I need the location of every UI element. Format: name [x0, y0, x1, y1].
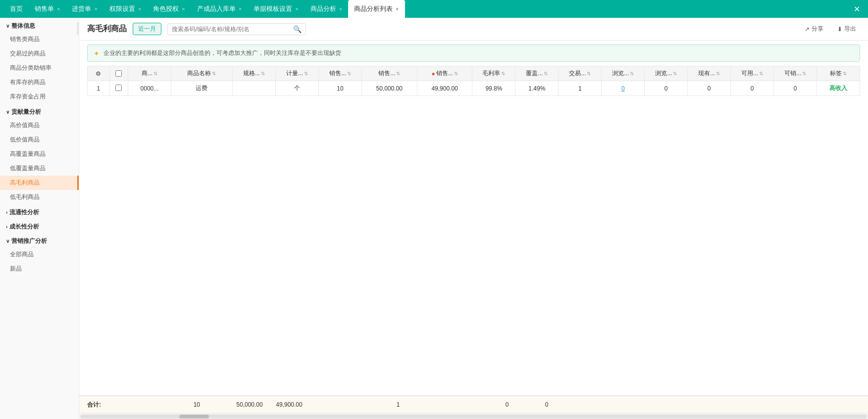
alert-icon: ✦	[94, 49, 100, 57]
sidebar-item-category-rate[interactable]: 商品分类助销率	[0, 61, 79, 75]
footer-current-stock: 0	[487, 401, 527, 408]
section-arrow-growth: ›	[6, 224, 7, 230]
col-sales-amount[interactable]: 销售...⇅	[361, 66, 417, 81]
close-template-tab[interactable]: ×	[295, 6, 298, 12]
cell-checkbox[interactable]	[109, 81, 128, 96]
footer-cells: 10 50,000.00 49,900.00 1 0 0	[121, 401, 860, 408]
col-tag[interactable]: 标签⇅	[817, 66, 860, 81]
sidebar-item-low-coverage[interactable]: 低覆盖量商品	[0, 161, 79, 176]
sidebar-item-stock-capital[interactable]: 库存资金占用	[0, 90, 79, 104]
cell-views2: 0	[645, 81, 688, 96]
sidebar-item-new-products[interactable]: 新品	[0, 262, 79, 276]
page-title: 高毛利商品	[87, 24, 127, 34]
footer-transactions: 1	[378, 401, 418, 408]
alert-banner: ✦ 企业的主要的利润都是这部分商品创造的，可考虑加大推广，同时关注库存是不要出现…	[87, 45, 860, 62]
export-icon: ⬇	[837, 26, 842, 33]
cell-name: 运费	[171, 81, 232, 96]
alert-text: 企业的主要的利润都是这部分商品创造的，可考虑加大推广，同时关注库存是不要出现缺货	[103, 49, 341, 57]
nav-product-inbound[interactable]: 产成品入库单 ×	[191, 0, 248, 18]
sidebar-item-sales-products[interactable]: 销售类商品	[0, 32, 79, 47]
sidebar-item-high-coverage[interactable]: 高覆盖量商品	[0, 147, 79, 161]
share-button[interactable]: ↗ 分享	[801, 23, 827, 35]
row-checkbox[interactable]	[115, 85, 122, 91]
sidebar: 《 ∨ 整体信息 销售类商品 交易过的商品 商品分类助销率 有库存的商品 库存资…	[0, 18, 79, 419]
main-layout: 《 ∨ 整体信息 销售类商品 交易过的商品 商品分类助销率 有库存的商品 库存资…	[0, 18, 868, 419]
cell-sales-qty: 10	[318, 81, 361, 96]
close-window-button[interactable]: ✕	[850, 4, 864, 14]
cell-index: 1	[88, 81, 110, 96]
close-purchase-order-tab[interactable]: ×	[94, 6, 97, 12]
col-sales-cost[interactable]: ●销售...⇅	[417, 66, 472, 81]
search-icon[interactable]: 🔍	[293, 25, 302, 33]
nav-purchase-order[interactable]: 进货单 ×	[66, 0, 103, 18]
cell-sellable-stock: 0	[774, 81, 817, 96]
col-checkbox[interactable]	[109, 66, 128, 81]
col-views2[interactable]: 浏览...⇅	[645, 66, 688, 81]
product-table: ⚙ 商...⇅ 商品名称⇅ 规格...⇅	[87, 66, 860, 96]
close-inbound-tab[interactable]: ×	[239, 6, 242, 12]
sidebar-section-overall-info[interactable]: ∨ 整体信息	[0, 18, 79, 32]
sidebar-item-high-value[interactable]: 高价值商品	[0, 118, 79, 133]
close-analysis-tab[interactable]: ×	[339, 6, 342, 12]
close-role-tab[interactable]: ×	[182, 6, 185, 12]
col-available-stock[interactable]: 可用...⇅	[731, 66, 774, 81]
cell-tag: 高收入	[817, 81, 860, 96]
cell-current-stock: 0	[688, 81, 731, 96]
top-navigation: 首页 销售单 × 进货单 × 权限设置 × 角色授权 × 产成品入库单 × 单据…	[0, 0, 868, 18]
col-sellable-stock[interactable]: 可销...⇅	[774, 66, 817, 81]
sidebar-item-traded-products[interactable]: 交易过的商品	[0, 47, 79, 61]
sidebar-collapse-button[interactable]: 《	[77, 23, 79, 35]
footer-sales-qty: 10	[121, 401, 230, 408]
footer-empty2	[418, 401, 487, 408]
nav-permission-settings[interactable]: 权限设置 ×	[103, 0, 147, 18]
cell-gross-margin: 99.8%	[472, 81, 515, 96]
col-spec[interactable]: 规格...⇅	[233, 66, 276, 81]
sidebar-section-growth[interactable]: › 成长性分析	[0, 219, 79, 233]
table-container: ⚙ 商...⇅ 商品名称⇅ 规格...⇅	[87, 66, 860, 395]
col-name[interactable]: 商品名称⇅	[171, 66, 232, 81]
col-code[interactable]: 商...⇅	[128, 66, 171, 81]
col-gross-margin[interactable]: 毛利率⇅	[472, 66, 515, 81]
sidebar-item-low-value[interactable]: 低价值商品	[0, 133, 79, 147]
filter-recent-month-button[interactable]: 近一月	[133, 23, 161, 35]
export-button[interactable]: ⬇ 导出	[833, 23, 860, 35]
nav-product-analysis-list[interactable]: 商品分析列表 ×	[348, 0, 405, 18]
close-sales-order-tab[interactable]: ×	[57, 6, 60, 12]
table-footer: 合计: 10 50,000.00 49,900.00 1 0	[79, 395, 868, 413]
col-transactions[interactable]: 交易...⇅	[559, 66, 602, 81]
cell-available-stock: 0	[731, 81, 774, 96]
table-row: 1 0000... 运费 个 10 50,000.00 49,900.00 99…	[88, 81, 860, 96]
col-current-stock[interactable]: 现有...⇅	[688, 66, 731, 81]
close-permission-tab[interactable]: ×	[138, 6, 141, 12]
select-all-checkbox[interactable]	[115, 70, 122, 77]
footer-label: 合计:	[87, 401, 101, 409]
section-arrow-marketing: ∨	[6, 238, 9, 244]
col-settings[interactable]: ⚙	[88, 66, 110, 81]
horizontal-scrollbar[interactable]	[79, 413, 868, 419]
cell-code: 0000...	[128, 81, 171, 96]
close-analysis-list-tab[interactable]: ×	[396, 6, 399, 12]
sidebar-item-stocked-products[interactable]: 有库存的商品	[0, 75, 79, 90]
sidebar-section-contribution[interactable]: ∨ 贡献量分析	[0, 104, 79, 118]
search-box: 🔍	[167, 23, 306, 35]
nav-home[interactable]: 首页	[4, 0, 29, 18]
sidebar-item-high-margin[interactable]: 高毛利商品	[0, 176, 79, 190]
nav-product-analysis[interactable]: 商品分析 ×	[305, 0, 348, 18]
sidebar-item-all-products[interactable]: 全部商品	[0, 247, 79, 262]
sidebar-section-circulation[interactable]: › 流通性分析	[0, 204, 79, 219]
nav-role-auth[interactable]: 角色授权 ×	[147, 0, 191, 18]
cell-unit: 个	[276, 81, 319, 96]
cell-views1[interactable]: 0	[602, 81, 645, 96]
search-input[interactable]	[172, 26, 293, 33]
nav-template-settings[interactable]: 单据模板设置 ×	[248, 0, 304, 18]
col-coverage[interactable]: 覆盖...⇅	[515, 66, 559, 81]
table-header-row: ⚙ 商...⇅ 商品名称⇅ 规格...⇅	[88, 66, 860, 81]
sidebar-item-low-margin[interactable]: 低毛利商品	[0, 190, 79, 204]
cell-coverage: 1.49%	[515, 81, 559, 96]
col-views1[interactable]: 浏览...⇅	[602, 66, 645, 81]
sidebar-section-marketing[interactable]: ∨ 营销推广分析	[0, 233, 79, 247]
col-sales-qty[interactable]: 销售...⇅	[318, 66, 361, 81]
cell-sales-cost: 49,900.00	[417, 81, 472, 96]
nav-sales-order[interactable]: 销售单 ×	[29, 0, 66, 18]
col-unit[interactable]: 计量...⇅	[276, 66, 319, 81]
